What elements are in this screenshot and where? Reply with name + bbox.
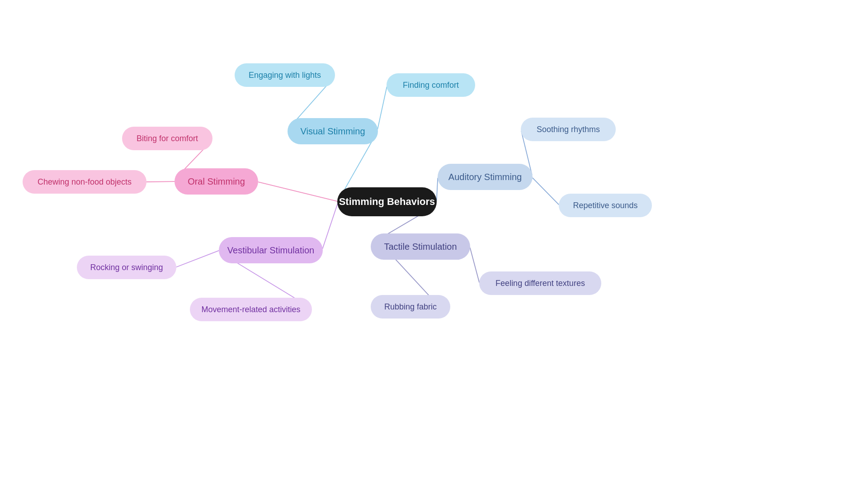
tactile-stimulation-node: Tactile Stimulation (371, 233, 470, 260)
repetitive-sounds-node: Repetitive sounds (559, 194, 652, 217)
chewing-label: Chewing non-food objects (38, 177, 132, 187)
feeling-textures-label: Feeling different textures (495, 279, 585, 288)
auditory-stimming-label: Auditory Stimming (448, 172, 522, 182)
biting-comfort-node: Biting for comfort (122, 127, 212, 150)
vestibular-stimulation-node: Vestibular Stimulation (219, 237, 323, 263)
movement-activities-node: Movement-related activities (190, 298, 312, 321)
chewing-node: Chewing non-food objects (23, 170, 146, 194)
visual-stimming-label: Visual Stimming (300, 126, 365, 137)
biting-comfort-label: Biting for comfort (137, 134, 198, 143)
engaging-lights-node: Engaging with lights (235, 63, 335, 87)
svg-line-13 (394, 258, 430, 297)
finding-comfort-label: Finding comfort (403, 81, 459, 90)
center-label: Stimming Behaviors (339, 196, 435, 208)
oral-stimming-node: Oral Stimming (175, 168, 258, 195)
soothing-rhythms-label: Soothing rhythms (537, 125, 600, 134)
rocking-swinging-node: Rocking or swinging (77, 256, 176, 279)
svg-line-6 (258, 182, 337, 201)
svg-line-5 (533, 178, 559, 205)
svg-line-10 (176, 251, 219, 267)
feeling-textures-node: Feeling different textures (479, 271, 601, 295)
svg-line-2 (377, 86, 387, 129)
vestibular-stimulation-label: Vestibular Stimulation (227, 245, 314, 256)
rocking-swinging-label: Rocking or swinging (90, 263, 163, 272)
tactile-stimulation-label: Tactile Stimulation (384, 242, 457, 252)
svg-line-3 (437, 178, 438, 201)
movement-activities-label: Movement-related activities (201, 305, 300, 314)
svg-line-14 (470, 247, 480, 282)
oral-stimming-label: Oral Stimming (188, 176, 245, 187)
rubbing-fabric-label: Rubbing fabric (384, 302, 437, 312)
auditory-stimming-node: Auditory Stimming (438, 164, 533, 190)
rubbing-fabric-node: Rubbing fabric (371, 295, 450, 319)
visual-stimming-node: Visual Stimming (288, 118, 378, 144)
engaging-lights-label: Engaging with lights (249, 71, 321, 80)
finding-comfort-node: Finding comfort (387, 73, 475, 97)
svg-line-11 (229, 258, 304, 304)
soothing-rhythms-node: Soothing rhythms (521, 118, 616, 141)
center-node: Stimming Behaviors (337, 187, 437, 216)
repetitive-sounds-label: Repetitive sounds (573, 201, 637, 210)
svg-line-8 (146, 181, 175, 182)
svg-line-9 (322, 204, 337, 249)
